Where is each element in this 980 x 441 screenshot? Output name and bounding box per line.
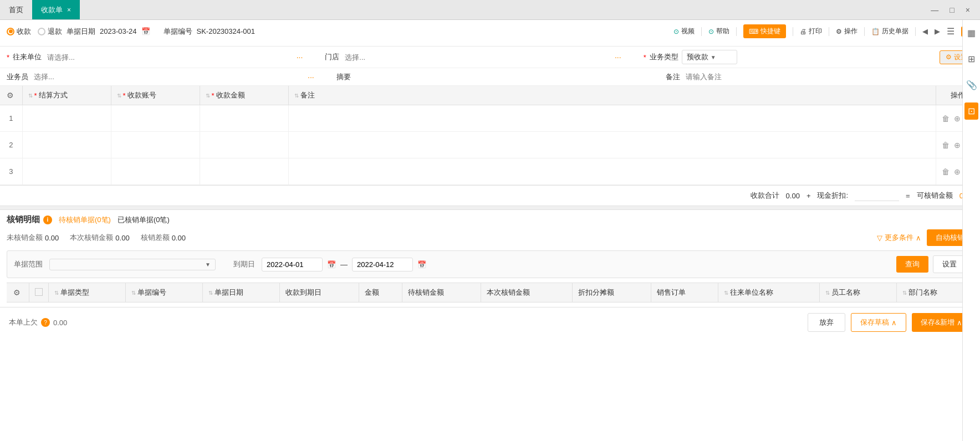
sort-type[interactable]: ⇅ (54, 290, 59, 296)
shortcut-icon: ⌨ (749, 28, 758, 35)
discount-input[interactable] (855, 190, 899, 201)
more-conditions-link[interactable]: ▽ 更多条件 ∧ (877, 233, 921, 243)
staff-input[interactable] (32, 71, 304, 82)
date-calendar-icon[interactable]: 📅 (141, 27, 150, 35)
due-date-label: 到期日 (233, 259, 255, 269)
remark-cell-3[interactable] (288, 158, 936, 185)
col-sales-order: 销售订单 (657, 288, 686, 296)
bottom-info-icon[interactable]: ? (41, 318, 50, 327)
sidebar-expand-icon[interactable]: ⊡ (964, 102, 978, 120)
tab-close-icon[interactable]: × (67, 6, 71, 14)
filter-settings-button[interactable]: 设置 (933, 255, 966, 273)
sort-icon-3[interactable]: ⇅ (206, 93, 210, 99)
sort-dept[interactable]: ⇅ (902, 290, 907, 296)
filter-actions: 查询 设置 (896, 255, 966, 273)
range-select[interactable]: ▼ (49, 259, 216, 270)
summary-input[interactable] (354, 71, 644, 82)
delete-row-1-icon[interactable]: 🗑 (942, 114, 950, 123)
close-window-button[interactable]: × (962, 4, 973, 16)
radio-refund[interactable]: 退款 (38, 27, 62, 37)
copy-row-3-icon[interactable]: ⊕ (954, 167, 961, 176)
verif-header: 核销明细 i 待核销单据(0笔) 已核销单据(0笔) (7, 214, 973, 225)
col-amount: 收款金额 (216, 90, 245, 100)
table-row: 2 🗑 ⊕ (0, 132, 980, 158)
tab-receipt[interactable]: 收款单 × (32, 0, 80, 19)
sort-counterpart[interactable]: ⇅ (724, 290, 728, 296)
delete-row-2-icon[interactable]: 🗑 (942, 141, 950, 150)
copy-row-2-icon[interactable]: ⊕ (954, 141, 961, 150)
date-from-input[interactable] (262, 258, 323, 271)
account-cell-1[interactable] (111, 105, 200, 132)
radio-receipt[interactable]: 收款 (7, 27, 31, 37)
bottom-table-settings-icon[interactable]: ⚙ (13, 288, 21, 297)
counterpart-more-icon[interactable]: ··· (297, 53, 303, 61)
discard-button[interactable]: 放弃 (808, 313, 845, 332)
operation-btn[interactable]: ⚙ 操作 (836, 27, 858, 36)
settlement-cell-1[interactable] (22, 105, 111, 132)
shortcut-btn[interactable]: ⌨ 快捷键 (743, 24, 786, 38)
history-btn[interactable]: 📋 历史单据 (871, 27, 908, 36)
amount-cell-3[interactable] (200, 158, 288, 185)
pending-tab[interactable]: 待核销单据(0笔) (59, 215, 111, 225)
save-draft-button[interactable]: 保存草稿 ∧ (851, 313, 906, 332)
table-row: 1 🗑 ⊕ (0, 105, 980, 132)
tab-home[interactable]: 首页 (0, 0, 32, 19)
amount-cell-1[interactable] (200, 105, 288, 132)
print-btn[interactable]: 🖨 打印 (800, 27, 822, 36)
table-row: 3 🗑 ⊕ (0, 158, 980, 185)
calendar-from-icon[interactable]: 📅 (327, 260, 336, 269)
date-value[interactable]: 2023-03-24 (100, 27, 137, 35)
sort-number[interactable]: ⇅ (131, 290, 136, 296)
restore-button[interactable]: □ (946, 4, 957, 16)
sort-icon[interactable]: ⇅ (28, 93, 33, 99)
sidebar-grid-icon[interactable]: ⊞ (964, 50, 978, 68)
date-to-input[interactable] (352, 258, 413, 271)
counterpart-input[interactable] (45, 52, 293, 63)
range-label: 单据范围 (14, 259, 43, 269)
remark-input[interactable] (683, 71, 973, 82)
remark-cell-1[interactable] (288, 105, 936, 132)
amount-cell-2[interactable] (200, 132, 288, 158)
minimize-button[interactable]: — (927, 4, 942, 16)
done-tab[interactable]: 已核销单据(0笔) (118, 215, 170, 225)
nav-next-icon[interactable]: ▶ (935, 27, 940, 35)
sort-icon-4[interactable]: ⇅ (294, 93, 299, 99)
settlement-cell-2[interactable] (22, 132, 111, 158)
unchecked-label: 未核销金额 (7, 233, 43, 243)
calendar-to-icon[interactable]: 📅 (417, 260, 426, 269)
store-more-icon[interactable]: ··· (615, 53, 621, 61)
col-counterpart: 往来单位名称 (730, 288, 773, 298)
sidebar-attach-icon[interactable]: 📎 (963, 76, 981, 94)
staff-more-icon[interactable]: ··· (308, 73, 314, 81)
delete-row-3-icon[interactable]: 🗑 (942, 167, 950, 176)
query-button[interactable]: 查询 (896, 256, 928, 273)
number-label: 单据编号 (164, 27, 192, 37)
col-dept: 部门名称 (908, 288, 937, 298)
verif-info-icon[interactable]: i (43, 216, 52, 224)
settlement-cell-3[interactable] (22, 158, 111, 185)
store-input[interactable] (343, 52, 611, 63)
total-value: 0.00 (786, 192, 800, 200)
section-divider (0, 206, 980, 210)
account-cell-2[interactable] (111, 132, 200, 158)
print-icon: 🖨 (800, 28, 807, 35)
sidebar-table-icon[interactable]: ▦ (964, 24, 979, 42)
verif-stats: 未核销金额 0.00 本次核销金额 0.00 核销差额 0.00 ▽ 更多条件 … (7, 229, 973, 246)
business-type-select[interactable]: 预收款 ▼ (682, 50, 737, 64)
remark-cell-2[interactable] (288, 132, 936, 158)
col-current: 本次核销金额 (487, 288, 530, 296)
help-btn[interactable]: ⊙ 帮助 (708, 27, 729, 36)
table-settings-icon[interactable]: ⚙ (7, 91, 14, 100)
video-btn[interactable]: ⊙ 视频 (673, 27, 695, 36)
col-discount: 折扣分摊额 (578, 288, 614, 296)
verification-section: 核销明细 i 待核销单据(0笔) 已核销单据(0笔) 未核销金额 0.00 本次… (0, 210, 980, 307)
sort-date[interactable]: ⇅ (208, 290, 213, 296)
account-cell-3[interactable] (111, 158, 200, 185)
sort-icon-2[interactable]: ⇅ (117, 93, 121, 99)
copy-row-1-icon[interactable]: ⊕ (954, 114, 961, 123)
select-all-checkbox[interactable] (35, 288, 43, 296)
right-sidebar: ▦ ⊞ 📎 ⊡ (962, 20, 980, 441)
layout-icon[interactable]: ☰ (947, 26, 955, 37)
sort-staff[interactable]: ⇅ (825, 290, 830, 296)
nav-prev-icon[interactable]: ◀ (922, 27, 928, 35)
